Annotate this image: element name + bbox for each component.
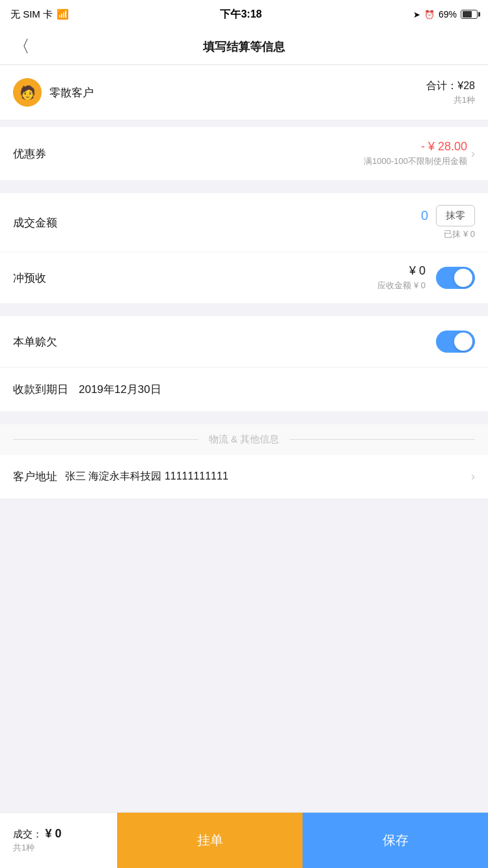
coupon-desc: 满1000-100不限制使用金额 xyxy=(364,156,467,167)
bottom-deal-line: 成交： ¥ 0 xyxy=(13,827,104,841)
customer-right: 合计：¥28 共1种 xyxy=(426,79,475,106)
customer-left: 🧑 零散客户 xyxy=(13,78,94,107)
bottom-deal-label: 成交： xyxy=(13,828,42,839)
nav-bar: 〈 填写结算等信息 xyxy=(0,29,488,65)
due-date-row[interactable]: 收款到期日 2019年12月30日 xyxy=(0,367,488,411)
due-date-label: 收款到期日 xyxy=(13,382,68,397)
pre-receive-right: ¥ 0 应收金额 ¥ 0 xyxy=(377,264,475,292)
debt-label: 本单赊欠 xyxy=(13,334,57,349)
address-label: 客户地址 xyxy=(13,469,60,484)
address-section: 客户地址 张三 海淀永丰科技园 11111111111 › xyxy=(0,455,488,498)
customer-section: 🧑 零散客户 合计：¥28 共1种 xyxy=(0,65,488,120)
deal-amount-right: 0 抹零 已抹 ¥ 0 xyxy=(421,205,475,240)
deal-amount-label: 成交金额 xyxy=(13,215,57,230)
section-divider-1 xyxy=(0,187,488,193)
section-divider-2 xyxy=(0,310,488,316)
status-left: 无 SIM 卡 📶 xyxy=(10,8,69,21)
status-time: 下午3:18 xyxy=(220,8,262,21)
customer-total: 合计：¥28 xyxy=(426,79,475,93)
battery-percent: 69% xyxy=(439,9,457,20)
bottom-count: 共1种 xyxy=(13,842,104,854)
deal-amount-row: 成交金额 0 抹零 已抹 ¥ 0 xyxy=(0,193,488,252)
coupon-row[interactable]: 优惠券 - ¥ 28.00 满1000-100不限制使用金额 › xyxy=(0,127,488,180)
debt-toggle-knob xyxy=(454,332,472,351)
bottom-summary: 成交： ¥ 0 共1种 xyxy=(0,827,117,854)
status-right: ➤ ⏰ 69% xyxy=(413,9,478,20)
back-button[interactable]: 〈 xyxy=(13,35,39,58)
round-zero-button[interactable]: 抹零 xyxy=(436,205,475,226)
pre-receive-sub: 应收金额 ¥ 0 xyxy=(377,280,426,292)
logistics-text: 物流 & 其他信息 xyxy=(198,433,290,446)
customer-name: 零散客户 xyxy=(49,85,94,100)
location-icon: ➤ xyxy=(413,10,420,20)
pre-receive-label: 冲预收 xyxy=(13,271,46,286)
customer-row[interactable]: 🧑 零散客户 合计：¥28 共1种 xyxy=(0,65,488,120)
address-row[interactable]: 客户地址 张三 海淀永丰科技园 11111111111 › xyxy=(0,455,488,498)
deal-amount-value[interactable]: 0 xyxy=(421,208,428,223)
pre-receive-toggle[interactable] xyxy=(436,267,475,289)
battery-icon xyxy=(461,9,478,20)
save-button[interactable]: 保存 xyxy=(303,813,488,868)
pre-receive-amounts: ¥ 0 应收金额 ¥ 0 xyxy=(377,264,426,292)
logistics-header: 物流 & 其他信息 xyxy=(0,424,488,455)
coupon-amount: - ¥ 28.00 xyxy=(364,140,467,154)
bottom-bar: 成交： ¥ 0 共1种 挂单 保存 xyxy=(0,812,488,868)
debt-toggle[interactable] xyxy=(436,331,475,353)
section-divider-3 xyxy=(0,418,488,424)
alarm-icon: ⏰ xyxy=(424,10,435,20)
no-sim-text: 无 SIM 卡 xyxy=(10,8,53,21)
debt-row: 本单赊欠 xyxy=(0,316,488,367)
logistics-line-right xyxy=(290,439,475,440)
debt-section: 本单赊欠 收款到期日 2019年12月30日 xyxy=(0,316,488,411)
coupon-content: - ¥ 28.00 满1000-100不限制使用金额 xyxy=(364,140,467,167)
bottom-deal-value: ¥ 0 xyxy=(45,827,61,840)
address-value: 张三 海淀永丰科技园 11111111111 xyxy=(65,470,471,483)
avatar: 🧑 xyxy=(13,78,42,107)
status-bar: 无 SIM 卡 📶 下午3:18 ➤ ⏰ 69% xyxy=(0,0,488,29)
page-title: 填写结算等信息 xyxy=(203,39,285,55)
pre-receive-row: 冲预收 ¥ 0 应收金额 ¥ 0 xyxy=(0,252,488,303)
coupon-right: - ¥ 28.00 满1000-100不限制使用金额 › xyxy=(364,140,475,167)
toggle-knob xyxy=(454,269,472,287)
deal-amount-controls: 0 抹零 xyxy=(421,205,475,226)
coupon-label: 优惠券 xyxy=(13,146,46,161)
bottom-buttons: 挂单 保存 xyxy=(117,813,488,868)
content: 🧑 零散客户 合计：¥28 共1种 优惠券 - ¥ 28.00 满1000-10… xyxy=(0,65,488,694)
customer-count: 共1种 xyxy=(426,94,475,106)
wifi-icon: 📶 xyxy=(57,8,69,20)
hang-button[interactable]: 挂单 xyxy=(117,813,303,868)
pre-receive-value: ¥ 0 xyxy=(377,264,426,278)
deal-section: 成交金额 0 抹零 已抹 ¥ 0 冲预收 ¥ 0 应收金额 ¥ 0 xyxy=(0,193,488,303)
avatar-icon: 🧑 xyxy=(20,85,36,100)
coupon-section: 优惠券 - ¥ 28.00 满1000-100不限制使用金额 › xyxy=(0,127,488,180)
chevron-right-icon: › xyxy=(471,147,475,161)
empty-space xyxy=(0,505,488,635)
address-chevron-icon: › xyxy=(471,470,475,483)
logistics-line-left xyxy=(13,439,198,440)
deal-amount-sub: 已抹 ¥ 0 xyxy=(421,228,475,240)
due-date-value: 2019年12月30日 xyxy=(79,382,161,397)
